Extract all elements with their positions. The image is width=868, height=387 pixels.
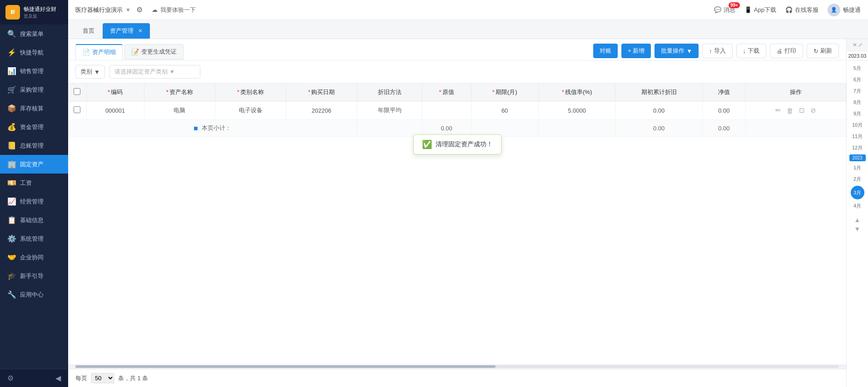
category-select[interactable]: 类别 ▼ (75, 65, 105, 79)
experience-icon: ☁ (152, 6, 158, 13)
app-download-btn[interactable]: 📱 App下载 (744, 6, 776, 14)
asset-detail-icon: 📄 (82, 49, 90, 56)
sidebar-item-quick-nav[interactable]: ⚡ 快捷导航 (0, 43, 68, 62)
sidebar-item-salary[interactable]: 💴 工资 (0, 174, 68, 192)
message-icon: 💬 (714, 6, 721, 13)
subtotal-empty3 (538, 120, 615, 137)
copy-button[interactable]: ⊡ (798, 105, 806, 115)
tabs-bar: 首页 资产管理 ✕ (68, 20, 868, 39)
sub-tab-voucher-gen[interactable]: 📝 变更生成凭证 (124, 44, 184, 60)
sidebar-item-inventory[interactable]: 📦 库存核算 (0, 99, 68, 118)
sub-tab-asset-detail[interactable]: 📄 资产明细 (75, 44, 123, 60)
header-term: *期限(月) (471, 84, 538, 101)
panel-up-arrow-icon[interactable]: ▲ (854, 216, 861, 223)
company-arrow-icon: ▼ (125, 7, 131, 13)
timeline-2月[interactable]: 2月 (847, 174, 868, 185)
logo-text: 畅捷通好业财 普及版 (24, 5, 56, 20)
sidebar-item-apps[interactable]: 🔧 应用中心 (0, 285, 68, 304)
sidebar-item-basic-info[interactable]: 📋 基础信息 (0, 211, 68, 229)
sidebar-item-ledger[interactable]: 📒 总账管理 (0, 136, 68, 155)
batch-button[interactable]: 批量操作 ▼ (655, 44, 699, 58)
timeline-6月[interactable]: 6月 (847, 74, 868, 85)
company-settings-icon[interactable]: ⚙ (136, 5, 143, 14)
select-all-checkbox[interactable] (74, 88, 80, 95)
guide-icon: 🎓 (7, 272, 15, 280)
tab-close-icon[interactable]: ✕ (138, 28, 143, 34)
sidebar-item-label: 基础信息 (20, 216, 44, 224)
sidebar-item-label: 固定资产 (20, 160, 44, 169)
timeline-8月[interactable]: 8月 (847, 97, 868, 108)
timeline-5月[interactable]: 5月 (847, 63, 868, 74)
more-button[interactable]: ⊘ (809, 105, 817, 115)
subtotal-icon: ◼ (193, 125, 198, 131)
collapse-icon[interactable]: ◀ (55, 374, 61, 382)
sidebar-item-funds[interactable]: 💰 资金管理 (0, 118, 68, 136)
timeline-1月[interactable]: 1月 (847, 162, 868, 174)
sidebar-item-label: 库存核算 (20, 104, 44, 113)
category-input-placeholder: 请选择固定资产类别 (114, 68, 168, 76)
sidebar-item-ops[interactable]: 📈 经营管理 (0, 192, 68, 211)
avatar: 👤 (828, 4, 840, 16)
category-input[interactable]: 请选择固定资产类别 ▼ (109, 65, 200, 79)
username: 畅捷通 (843, 6, 861, 14)
timeline-7月[interactable]: 7月 (847, 85, 868, 97)
main-area: 医疗器械行业演示 ▼ ⚙ ☁ 我要体验一下 💬 消息 99+ 📱 App下载 🎧… (68, 0, 868, 387)
sales-icon: 📊 (7, 67, 15, 75)
sidebar-menu: 🔍 搜索菜单 ⚡ 快捷导航 📊 销售管理 🛒 采购管理 📦 库存核算 💰 资金管… (0, 25, 68, 369)
reconcile-button[interactable]: 对账 (593, 44, 618, 58)
app-download-icon: 📱 (744, 6, 752, 13)
tab-home[interactable]: 首页 (75, 23, 102, 39)
sidebar-item-guide[interactable]: 🎓 新手引导 (0, 267, 68, 285)
print-button[interactable]: 🖨 打印 (770, 44, 803, 58)
timeline-3月-current[interactable]: 3月 (851, 186, 864, 199)
settings-icon[interactable]: ⚙ (7, 374, 14, 382)
sidebar-item-fixed-assets[interactable]: 🏢 固定资产 (0, 155, 68, 174)
timeline-9月[interactable]: 9月 (847, 108, 868, 119)
download-button[interactable]: ↓ 下载 (736, 44, 767, 58)
sidebar-item-purchase[interactable]: 🛒 采购管理 (0, 80, 68, 99)
sidebar-item-search[interactable]: 🔍 搜索菜单 (0, 25, 68, 43)
panel-expand-icon[interactable]: ⤢ (858, 42, 863, 48)
scrollbar-thumb[interactable] (75, 365, 496, 368)
tab-asset-label: 资产管理 (110, 27, 134, 34)
user-menu[interactable]: 👤 畅捷通 (828, 4, 861, 16)
sidebar-item-label: 新手引导 (20, 272, 44, 280)
edit-button[interactable]: ✏ (774, 105, 782, 115)
delete-button[interactable]: 🗑 (786, 106, 794, 115)
new-button[interactable]: + 新增 (621, 44, 651, 58)
asset-table-container: *编码 *资产名称 *类别名称 *购买日期 折旧方法 *原值 *期限(月) *残… (68, 84, 846, 364)
purchase-icon: 🛒 (7, 85, 15, 94)
horizontal-scrollbar[interactable] (68, 364, 846, 369)
voucher-gen-icon: 📝 (131, 48, 139, 55)
sidebar-item-cooperation[interactable]: 🤝 企业协同 (0, 248, 68, 267)
refresh-icon: ↻ (813, 48, 818, 55)
ledger-icon: 📒 (7, 141, 15, 150)
timeline-12月[interactable]: 12月 (847, 142, 868, 154)
online-service-btn[interactable]: 🎧 在线客服 (785, 6, 818, 14)
panel-close-icon[interactable]: ✕ (853, 42, 857, 48)
ops-icon: 📈 (7, 197, 15, 206)
sidebar-item-system[interactable]: ⚙️ 系统管理 (0, 229, 68, 248)
timeline-4月[interactable]: 4月 (847, 200, 868, 212)
page-size-select[interactable]: 50 20 100 (91, 373, 114, 383)
timeline-11月[interactable]: 11月 (847, 131, 868, 142)
company-selector[interactable]: 医疗器械行业演示 ▼ (75, 6, 131, 14)
filter-left: 类别 ▼ 请选择固定资产类别 ▼ (75, 65, 200, 79)
header-initial-accumulated: 期初累计折旧 (615, 84, 702, 101)
timeline-2023-year[interactable]: 2023 (849, 154, 866, 161)
refresh-button[interactable]: ↻ 刷新 (807, 44, 839, 58)
fixed-assets-icon: 🏢 (7, 160, 15, 169)
timeline-10月[interactable]: 10月 (847, 119, 868, 131)
category-select-arrow-icon: ▼ (94, 69, 100, 75)
sidebar-item-label: 应用中心 (20, 291, 44, 299)
message-btn[interactable]: 💬 消息 99+ (714, 6, 735, 14)
import-button[interactable]: ↑ 导入 (702, 44, 733, 58)
header-actions: 操作 (745, 84, 846, 101)
sidebar-item-label: 总账管理 (20, 142, 44, 150)
experience-btn[interactable]: ☁ 我要体验一下 (152, 6, 196, 14)
tab-asset-management[interactable]: 资产管理 ✕ (103, 23, 150, 39)
salary-icon: 💴 (7, 179, 15, 187)
row-checkbox[interactable] (74, 106, 80, 113)
sidebar-item-sales[interactable]: 📊 销售管理 (0, 62, 68, 80)
panel-down-arrow-icon[interactable]: ▼ (854, 225, 861, 233)
